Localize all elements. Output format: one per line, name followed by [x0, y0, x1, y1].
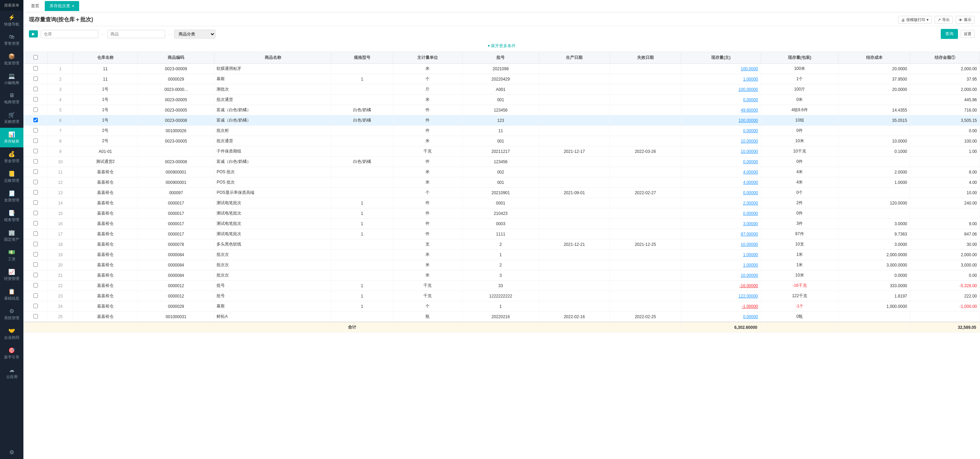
sidebar-item-system[interactable]: ⚙ 系统管理: [0, 304, 24, 324]
row-checkbox[interactable]: [24, 136, 48, 147]
row-checkbox[interactable]: [24, 312, 48, 322]
goods-input[interactable]: [107, 30, 165, 38]
table-row: 13 嘉嘉裕仓 000097 POS显示率保质高端 个 20210901 202…: [24, 188, 980, 198]
sidebar-item-guide[interactable]: 🎯 新手引导: [0, 344, 24, 363]
row-qty-main[interactable]: 100.00000: [681, 115, 761, 126]
row-qty-main[interactable]: -1.00000: [681, 301, 761, 312]
row-qty-main[interactable]: 3.00000: [681, 219, 761, 229]
row-checkbox[interactable]: [24, 167, 48, 177]
sidebar-item-ledger[interactable]: 📒 总账管理: [0, 167, 24, 186]
tab-home[interactable]: 首页: [26, 1, 44, 11]
sidebar-item-purchase[interactable]: 🛒 采购管理: [0, 108, 24, 128]
sidebar-item-cloud[interactable]: ☁ 云应用: [0, 363, 24, 383]
query-button[interactable]: 查询: [941, 29, 958, 39]
export-button[interactable]: ↗ 导出: [935, 16, 953, 24]
row-spec: [331, 250, 393, 260]
tab-inventory-batch[interactable]: 库存批次查 ✕: [45, 1, 79, 11]
select-all-checkbox[interactable]: [33, 55, 38, 60]
row-checkbox[interactable]: [24, 74, 48, 84]
row-code: 000900001: [138, 177, 215, 188]
sidebar-item-basic-info[interactable]: 📋 基础信息: [0, 285, 24, 304]
row-checkbox[interactable]: [24, 198, 48, 208]
sidebar-item-wholesale[interactable]: 📦 批发管理: [0, 49, 24, 69]
row-qty-main[interactable]: 0.00000: [681, 208, 761, 219]
row-qty-main[interactable]: 10.00000: [681, 270, 761, 280]
row-checkbox[interactable]: [24, 105, 48, 115]
row-qty-main[interactable]: 100.0000: [681, 64, 761, 74]
row-checkbox[interactable]: [24, 188, 48, 198]
row-qty-main[interactable]: 0.00000: [681, 126, 761, 136]
category-select[interactable]: 商品分类: [174, 30, 215, 38]
row-unit: 米: [393, 95, 463, 105]
row-qty-main[interactable]: 0.00000: [681, 157, 761, 167]
row-no: 23: [48, 291, 73, 301]
sidebar-search[interactable]: 搜索菜单: [0, 0, 24, 11]
row-checkbox[interactable]: [24, 280, 48, 291]
row-qty-main[interactable]: 1.00000: [681, 250, 761, 260]
table-row: 10 测试通货2 0023-00008 富减（白色/奶橘） 白色/奶橘 件 12…: [24, 157, 980, 167]
row-checkbox[interactable]: [24, 64, 48, 74]
row-checkbox[interactable]: [24, 260, 48, 270]
row-qty-main[interactable]: 122.00000: [681, 291, 761, 301]
row-cost: [838, 208, 910, 219]
sidebar-item-fixed-assets[interactable]: 🏢 固定资产: [0, 226, 24, 245]
row-checkbox[interactable]: [24, 250, 48, 260]
row-qty-main[interactable]: 0.00000: [681, 188, 761, 198]
row-checkbox[interactable]: [24, 208, 48, 219]
row-checkbox[interactable]: [24, 177, 48, 188]
settings-icon[interactable]: ⚙: [9, 449, 14, 455]
row-qty-main[interactable]: 10.00000: [681, 147, 761, 157]
row-qty-main[interactable]: 0.00000: [681, 95, 761, 105]
row-checkbox[interactable]: [24, 270, 48, 280]
row-checkbox[interactable]: [24, 219, 48, 229]
row-qty-main[interactable]: 4.00000: [681, 167, 761, 177]
display-button[interactable]: 👁 展示: [956, 16, 975, 24]
row-qty-main[interactable]: 87.00000: [681, 229, 761, 239]
sidebar-item-invoice[interactable]: 🧾 发票管理: [0, 186, 24, 206]
row-checkbox[interactable]: [24, 157, 48, 167]
row-exp-date: [610, 126, 681, 136]
row-checkbox[interactable]: [24, 291, 48, 301]
row-amount: 0.00: [910, 126, 980, 136]
row-qty-main[interactable]: -16.00000: [681, 280, 761, 291]
row-qty-main[interactable]: 1.00000: [681, 260, 761, 270]
expand-filter-button[interactable]: ▶: [29, 30, 38, 38]
row-checkbox[interactable]: [24, 84, 48, 95]
row-checkbox[interactable]: [24, 126, 48, 136]
row-checkbox[interactable]: [24, 147, 48, 157]
tab-close-icon[interactable]: ✕: [72, 4, 74, 8]
row-code: 0000078: [138, 239, 215, 250]
row-qty-main[interactable]: 10.00000: [681, 239, 761, 250]
row-qty-main[interactable]: 49.60000: [681, 105, 761, 115]
row-qty-main[interactable]: 0.00000: [681, 312, 761, 322]
sidebar-item-finance[interactable]: 💰 资金管理: [0, 147, 24, 167]
row-checkbox[interactable]: [24, 115, 48, 126]
sidebar-item-xiaorong[interactable]: 💻 小融电商: [0, 69, 24, 89]
sidebar-item-ecommerce[interactable]: 🖥 电商管理: [0, 89, 24, 108]
row-checkbox[interactable]: [24, 229, 48, 239]
print-template-button[interactable]: 🖨 按模版打印 ▾: [898, 16, 932, 24]
row-checkbox[interactable]: [24, 301, 48, 312]
row-prod-date: [539, 219, 609, 229]
sidebar-item-collab[interactable]: 🤝 企业协同: [0, 324, 24, 344]
row-qty-main[interactable]: 1.00000: [681, 74, 761, 84]
row-checkbox[interactable]: [24, 239, 48, 250]
sidebar-item-management[interactable]: 📈 经营管理: [0, 265, 24, 285]
row-qty-main[interactable]: 4.00000: [681, 177, 761, 188]
settings-button[interactable]: 设置: [961, 30, 975, 38]
sidebar-item-inventory[interactable]: 📊 库存核算: [0, 128, 24, 147]
sidebar-item-retail[interactable]: 🛍 零售管理: [0, 30, 24, 49]
sidebar-item-tax[interactable]: 📑 税务管理: [0, 206, 24, 226]
expand-conditions-link[interactable]: ▾ 展开更多条件: [488, 43, 515, 48]
warehouse-input[interactable]: [41, 30, 99, 38]
row-no: 17: [48, 229, 73, 239]
sidebar-item-salary[interactable]: 💵 工资: [0, 245, 24, 265]
row-checkbox[interactable]: [24, 95, 48, 105]
row-qty-main[interactable]: 100.00000: [681, 84, 761, 95]
sidebar-item-quick-nav[interactable]: ⚡ 快捷导航: [0, 11, 24, 30]
row-qty-main[interactable]: 10.00000: [681, 136, 761, 147]
row-prod-date: [539, 105, 609, 115]
col-no: [48, 52, 73, 64]
row-no: 7: [48, 126, 73, 136]
row-qty-main[interactable]: 2.00000: [681, 198, 761, 208]
